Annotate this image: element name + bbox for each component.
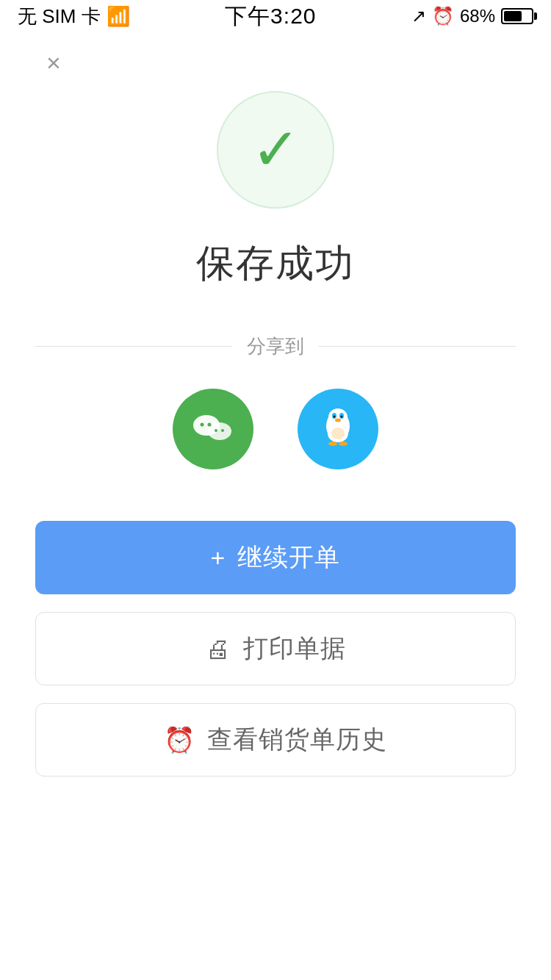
status-bar: 无 SIM 卡 📶 下午3:20 ↗ ⏰ 68% bbox=[0, 0, 551, 32]
print-icon: 🖨 bbox=[206, 635, 231, 663]
success-title: 保存成功 bbox=[196, 238, 355, 289]
continue-order-label: 继续开单 bbox=[237, 541, 340, 574]
svg-point-16 bbox=[339, 442, 347, 446]
battery-icon bbox=[501, 8, 533, 24]
svg-point-12 bbox=[335, 419, 341, 422]
divider-line-right bbox=[319, 346, 516, 347]
history-button[interactable]: ⏰ 查看销货单历史 bbox=[35, 703, 516, 777]
qq-share-button[interactable] bbox=[298, 389, 378, 469]
wifi-icon: 📶 bbox=[107, 5, 130, 28]
print-button[interactable]: 🖨 打印单据 bbox=[35, 612, 516, 685]
status-right: ↗ ⏰ 68% bbox=[411, 6, 533, 26]
plus-icon: + bbox=[211, 544, 226, 572]
alarm-icon: ⏰ bbox=[432, 6, 454, 26]
qq-icon bbox=[314, 406, 361, 453]
svg-point-10 bbox=[334, 416, 336, 418]
svg-point-3 bbox=[208, 423, 212, 427]
svg-point-14 bbox=[331, 428, 345, 439]
divider-line-left bbox=[35, 346, 232, 347]
clock-icon: ⏰ bbox=[164, 725, 195, 754]
close-button[interactable]: × bbox=[35, 44, 72, 81]
battery-percent: 68% bbox=[460, 6, 495, 26]
wechat-share-button[interactable] bbox=[173, 389, 253, 469]
svg-point-1 bbox=[208, 422, 231, 440]
checkmark-icon: ✓ bbox=[251, 120, 300, 179]
svg-point-11 bbox=[341, 416, 343, 418]
svg-point-7 bbox=[328, 408, 347, 426]
svg-point-2 bbox=[201, 423, 204, 427]
location-icon: ↗ bbox=[411, 6, 426, 26]
share-icons-row bbox=[173, 389, 378, 469]
action-buttons: + 继续开单 🖨 打印单据 ⏰ 查看销货单历史 bbox=[0, 521, 551, 777]
svg-point-15 bbox=[328, 442, 337, 446]
share-divider: 分享到 bbox=[0, 334, 551, 359]
main-content: ✓ 保存成功 分享到 bbox=[0, 32, 551, 777]
status-left: 无 SIM 卡 📶 bbox=[18, 4, 130, 29]
share-label: 分享到 bbox=[232, 334, 319, 359]
wechat-icon bbox=[189, 405, 237, 453]
close-icon: × bbox=[46, 50, 61, 75]
svg-point-5 bbox=[221, 429, 224, 432]
svg-point-4 bbox=[215, 429, 217, 432]
continue-order-button[interactable]: + 继续开单 bbox=[35, 521, 516, 594]
success-icon-circle: ✓ bbox=[217, 91, 334, 209]
history-label: 查看销货单历史 bbox=[207, 723, 387, 757]
print-label: 打印单据 bbox=[243, 632, 346, 666]
status-time: 下午3:20 bbox=[225, 1, 316, 32]
sim-status: 无 SIM 卡 bbox=[18, 4, 101, 29]
